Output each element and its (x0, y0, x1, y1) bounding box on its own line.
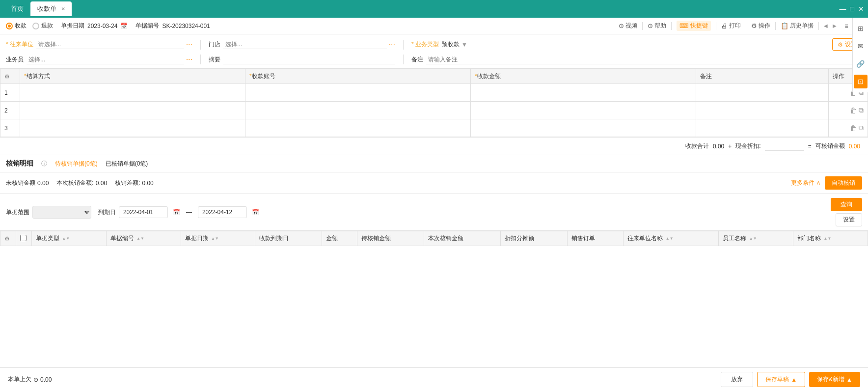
business-type-dropdown-icon[interactable]: ▼ (461, 41, 467, 48)
row-1-amount[interactable] (470, 84, 696, 102)
due-date-label: 到期日 (98, 208, 116, 217)
row-2-note[interactable] (696, 102, 828, 119)
history-btn[interactable]: 📋 历史单据 (781, 22, 814, 30)
sidebar-table-icon[interactable]: ⊞ (854, 22, 868, 35)
shortcut-icon: ⌨ (679, 22, 689, 29)
row-3-note[interactable] (696, 119, 828, 137)
current-label: 本次核销金额: (56, 179, 93, 187)
filter-setting-btn[interactable]: 设置 (836, 213, 862, 226)
bottom-header-gear: ⚙ (0, 231, 16, 246)
sep3 (200, 55, 201, 64)
row-3-copy-icon[interactable]: ⧉ (859, 124, 864, 132)
row-2-actions: 🗑 ⧉ (829, 102, 868, 119)
table-header-note: 备注 (696, 69, 828, 84)
staff-label: 业务员 (6, 56, 24, 64)
row-1-method[interactable] (20, 84, 245, 102)
tab-collection[interactable]: 收款单 × (30, 1, 72, 16)
radio-refund-label: 退款 (41, 22, 53, 30)
operate-icon: ⚙ (751, 22, 757, 29)
footer-bar: 本单上欠 ⊙ 0.00 放弃 保存草稿 ▲ 保存&新增 ▲ (0, 367, 868, 391)
more-cond-btn[interactable]: 更多条件 ∧ (791, 179, 821, 187)
calendar-icon[interactable]: 📅 (120, 23, 128, 29)
info-icon[interactable]: ⓘ (41, 160, 47, 168)
prev-icon[interactable]: ◀ (824, 23, 828, 28)
staff-input[interactable] (27, 55, 184, 64)
row-3-delete-icon[interactable]: 🗑 (850, 124, 857, 132)
tab-home[interactable]: 首页 (4, 1, 30, 16)
abandon-btn[interactable]: 放弃 (721, 372, 753, 387)
sidebar-screenshot-icon[interactable]: ⊡ (854, 75, 868, 88)
row-2-amount[interactable] (470, 102, 696, 119)
filter-row: 单据范围 ▼ 到期日 📅 — 📅 查询 设置 (0, 194, 868, 231)
print-icon: 🖨 (721, 22, 728, 29)
bottom-gear-icon[interactable]: ⚙ (4, 235, 10, 242)
select-all-checkbox[interactable] (20, 235, 27, 241)
row-2-copy-icon[interactable]: ⧉ (859, 106, 864, 114)
tab-close-icon[interactable]: × (61, 5, 65, 12)
print-btn[interactable]: 🖨 打印 (721, 22, 741, 30)
draft-btn[interactable]: 保存草稿 ▲ (757, 372, 805, 387)
date-from-input[interactable] (119, 206, 168, 218)
radio-refund[interactable]: 退款 (32, 22, 53, 30)
discount-input[interactable] (765, 141, 804, 151)
date-value: 2023-03-24 (87, 23, 117, 29)
number-value: SK-20230324-001 (162, 23, 210, 29)
note-input[interactable] (426, 55, 862, 64)
operate-btn[interactable]: ⚙ 操作 (751, 22, 770, 30)
sidebar-attach-icon[interactable]: 🔗 (854, 57, 868, 71)
form-row-1: * 往来单位 ··· 门店 ··· * 业务类型 预收款 ▼ ⚙ 设置 (6, 38, 862, 51)
store-label: 门店 (209, 40, 220, 49)
diff-value: 0.00 (142, 180, 153, 187)
query-btn[interactable]: 查询 (831, 198, 862, 211)
reconcil-stats-right: 更多条件 ∧ 自动核销 (791, 176, 862, 190)
discount-label: 现金折扣: (735, 142, 760, 150)
total-label: 收款合计 (685, 142, 709, 150)
bottom-header-type: 单据类型 ▲▼ (32, 231, 107, 246)
auto-reconcil-btn[interactable]: 自动核销 (825, 176, 862, 190)
window-close-icon[interactable]: ✕ (858, 5, 864, 13)
date-to-input[interactable] (198, 206, 247, 218)
table-row: 1 🗑 ⧉ (0, 84, 868, 102)
save-new-btn[interactable]: 保存&新增 ▲ (809, 372, 860, 387)
video-btn[interactable]: ⊙ 视频 (619, 22, 637, 30)
save-new-dropdown-icon[interactable]: ▲ (846, 376, 852, 383)
business-type-value: 预收款 (442, 40, 460, 49)
table-gear-icon[interactable]: ⚙ (4, 73, 10, 80)
footer-right: 放弃 保存草稿 ▲ 保存&新增 ▲ (721, 372, 860, 387)
tab-bar: 首页 收款单 × — □ ✕ (0, 0, 868, 18)
row-2-method[interactable] (20, 102, 245, 119)
radio-collect[interactable]: 收款 (6, 22, 27, 30)
row-3-account[interactable] (245, 119, 470, 137)
shortcut-btn[interactable]: ⌨ 快捷键 (677, 21, 711, 31)
sep1 (200, 40, 201, 50)
collection-table: ⚙ *结算方式 *收款账号 *收款金额 备注 操作 (0, 69, 868, 137)
divider5 (775, 22, 776, 30)
calendar-to-icon[interactable]: 📅 (252, 209, 259, 216)
row-1-note[interactable] (696, 84, 828, 102)
next-icon[interactable]: ▶ (833, 23, 837, 28)
row-2-delete-icon[interactable]: 🗑 (850, 107, 857, 114)
store-more-icon[interactable]: ··· (389, 40, 395, 49)
window-min-icon[interactable]: — (840, 5, 846, 13)
counterparty-input[interactable] (36, 40, 184, 49)
row-3-amount[interactable] (470, 119, 696, 137)
row-1-account[interactable] (245, 84, 470, 102)
form-row-2: 业务员 ··· 摘要 备注 (6, 55, 862, 64)
window-max-icon[interactable]: □ (850, 5, 854, 13)
calendar-from-icon[interactable]: 📅 (173, 209, 180, 216)
staff-more-icon[interactable]: ··· (186, 55, 192, 64)
draft-dropdown-icon[interactable]: ▲ (791, 376, 797, 383)
list-view-icon[interactable]: ≡ (841, 21, 851, 31)
range-label: 单据范围 (6, 208, 29, 217)
row-3-method[interactable] (20, 119, 245, 137)
completed-tab[interactable]: 已核销单据(0笔) (106, 160, 148, 168)
summary-input[interactable] (223, 55, 395, 64)
counterparty-more-icon[interactable]: ··· (186, 40, 192, 49)
help-btn[interactable]: ⊙ 帮助 (648, 22, 666, 30)
footer-info: 本单上欠 ⊙ 0.00 (8, 375, 52, 384)
store-input[interactable] (223, 40, 387, 49)
row-2-account[interactable] (245, 102, 470, 119)
pending-tab[interactable]: 待核销单据(0笔) (55, 160, 98, 168)
sidebar-email-icon[interactable]: ✉ (854, 39, 868, 53)
range-select[interactable] (32, 206, 91, 219)
